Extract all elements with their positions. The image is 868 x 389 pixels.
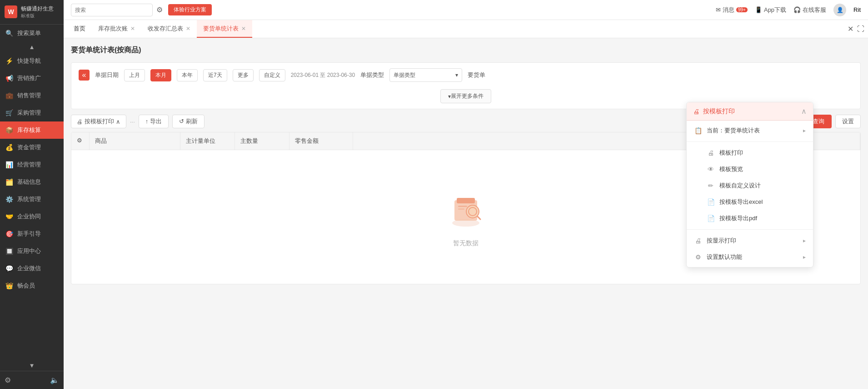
refresh-icon: ↺ <box>179 118 184 125</box>
sidebar-bottom: ⚙ 🔈 <box>0 371 64 389</box>
print-template-button[interactable]: 🖨 按模板打印 ∧ <box>71 115 126 128</box>
tab-order-stats[interactable]: 要货单统计表 ✕ <box>197 20 252 38</box>
main-area: ⚙ 体验行业方案 ✉ 消息 99+ 📱 App下载 🎧 在线客服 👤 Rit <box>64 0 868 389</box>
sidebar-item-operation[interactable]: 📊 经营管理 <box>0 156 64 173</box>
set-default-item[interactable]: ⚙ 设置默认功能 ▸ <box>687 249 813 265</box>
trial-button[interactable]: 体验行业方案 <box>168 4 212 15</box>
sidebar-item-finance[interactable]: 💰 资金管理 <box>0 139 64 156</box>
app-logo-text: 畅赚通好生意 标准版 <box>21 5 54 19</box>
gear-icon[interactable]: ⚙ <box>156 5 163 14</box>
template-custom-item[interactable]: ✏ 模板自定义设计 <box>687 177 813 194</box>
maximize-button[interactable]: ⛶ <box>857 25 864 33</box>
excel-icon: 📄 <box>707 198 715 206</box>
export-button[interactable]: ↑ 导出 <box>139 115 169 128</box>
template-icon: 📋 <box>694 127 702 134</box>
divider-2 <box>687 229 813 230</box>
date-filter-label: 单据日期 <box>95 71 119 79</box>
search-menu[interactable]: 🔍 搜索菜单 <box>0 25 64 42</box>
dropdown-header: 🖨 按模板打印 ∧ <box>687 102 813 121</box>
more-options-icon[interactable]: ··· <box>130 118 135 125</box>
system-icon: ⚙️ <box>5 196 14 203</box>
app-download-icon: 📱 <box>755 6 762 13</box>
finance-icon: 💰 <box>5 144 14 151</box>
sidebar-item-corp-wechat[interactable]: 💬 企业微信 <box>0 260 64 277</box>
dropdown-close-button[interactable]: ∧ <box>801 107 807 116</box>
sidebar: W 畅赚通好生意 标准版 🔍 搜索菜单 ▲ ⚡ 快捷导航 📢 营销推广 💼 销售… <box>0 0 64 389</box>
chevron-down-icon: ▾ <box>455 72 458 78</box>
date-btn-more[interactable]: 更多 <box>233 69 254 81</box>
template-export-pdf-item[interactable]: 📄 按模板导出pdf <box>687 210 813 227</box>
volume-bottom-button[interactable]: 🔈 <box>50 376 59 384</box>
close-tab-batch-account[interactable]: ✕ <box>130 25 135 32</box>
quick-nav-icon: ⚡ <box>5 57 14 65</box>
purchase-icon: 🛒 <box>5 109 14 116</box>
chevron-up-icon: ∧ <box>116 118 120 125</box>
sidebar-nav: ⚡ 快捷导航 📢 营销推广 💼 销售管理 🛒 采购管理 📦 库存核算 💰 资金管… <box>0 52 64 360</box>
required-label: 要货单 <box>468 71 485 79</box>
printer-header-icon: 🖨 <box>693 108 699 115</box>
tab-payment-summary[interactable]: 收发存汇总表 ✕ <box>141 20 197 38</box>
tab-home[interactable]: 首页 <box>67 20 92 38</box>
search-input[interactable] <box>71 4 153 16</box>
order-type-select[interactable]: 单据类型 ▾ <box>389 68 462 82</box>
th-quantity: 主数量 <box>235 132 289 150</box>
settings-button[interactable]: 设置 <box>835 115 861 128</box>
date-btn-this-year[interactable]: 本年 <box>177 69 198 81</box>
scroll-up-button[interactable]: ▲ <box>0 42 64 52</box>
sidebar-item-purchase[interactable]: 🛒 采购管理 <box>0 104 64 121</box>
avatar[interactable]: 👤 <box>833 4 846 16</box>
close-tab-payment-summary[interactable]: ✕ <box>186 25 190 32</box>
topbar: ⚙ 体验行业方案 ✉ 消息 99+ 📱 App下载 🎧 在线客服 👤 Rit <box>64 0 868 20</box>
sidebar-item-guide[interactable]: 🎯 新手引导 <box>0 225 64 242</box>
tabs-bar: 首页 库存批次账 ✕ 收发存汇总表 ✕ 要货单统计表 ✕ ✕ ⛶ <box>64 20 868 38</box>
date-btn-7days[interactable]: 近7天 <box>203 69 227 81</box>
messages-button[interactable]: ✉ 消息 99+ <box>716 6 748 14</box>
app-download-button[interactable]: 📱 App下载 <box>755 6 786 14</box>
operation-icon: 📊 <box>5 161 14 168</box>
svg-rect-2 <box>457 198 475 203</box>
avatar-placeholder: 👤 <box>837 7 843 13</box>
preview-icon: 👁 <box>707 166 715 173</box>
sidebar-item-app-center[interactable]: 🔲 应用中心 <box>0 242 64 260</box>
template-print-item[interactable]: 🖨 模板打印 <box>687 145 813 161</box>
toolbar-right: 查询 设置 <box>805 115 861 128</box>
template-export-excel-item[interactable]: 📄 按模板导出excel <box>687 194 813 210</box>
sidebar-item-member[interactable]: 👑 畅会员 <box>0 277 64 294</box>
username-label: Rit <box>853 6 861 13</box>
date-btn-custom[interactable]: 自定义 <box>259 69 285 81</box>
online-service-button[interactable]: 🎧 在线客服 <box>793 6 826 14</box>
display-print-item[interactable]: 🖨 按显示打印 ▸ <box>687 232 813 249</box>
tab-batch-account[interactable]: 库存批次账 ✕ <box>92 20 141 38</box>
th-product: 商品 <box>90 132 180 150</box>
sidebar-item-sales[interactable]: 💼 销售管理 <box>0 87 64 104</box>
sidebar-item-cooperate[interactable]: 🤝 企业协同 <box>0 208 64 225</box>
sidebar-item-basic[interactable]: 🗂️ 基础信息 <box>0 173 64 191</box>
topbar-right: ✉ 消息 99+ 📱 App下载 🎧 在线客服 👤 Rit <box>716 4 861 16</box>
chevron-right-default-icon: ▸ <box>803 254 806 260</box>
sidebar-item-marketing[interactable]: 📢 营销推广 <box>0 70 64 87</box>
sales-icon: 💼 <box>5 92 14 99</box>
expand-more-button[interactable]: ▾ 展开更多条件 <box>440 89 491 103</box>
sidebar-item-inventory[interactable]: 📦 库存核算 <box>0 121 64 139</box>
app-logo-icon: W <box>5 5 17 18</box>
refresh-button[interactable]: ↺ 刷新 <box>172 115 205 128</box>
current-template-item[interactable]: 📋 当前：要货单统计表 ▸ <box>687 122 813 139</box>
page-title: 要货单统计表(按商品) <box>71 45 861 55</box>
message-icon: ✉ <box>716 6 721 13</box>
marketing-icon: 📢 <box>5 75 14 82</box>
date-btn-last-month[interactable]: 上月 <box>124 69 145 81</box>
filter-expand-button[interactable]: « <box>79 70 90 81</box>
scroll-down-button[interactable]: ▼ <box>0 360 64 371</box>
template-preview-item[interactable]: 👁 模板预览 <box>687 161 813 177</box>
date-btn-this-month[interactable]: 本月 <box>150 69 171 81</box>
guide-icon: 🎯 <box>5 230 14 237</box>
filter-row: « 单据日期 上月 本月 本年 近7天 更多 自定义 2023-06-01 至 … <box>79 68 853 82</box>
close-all-tabs-button[interactable]: ✕ <box>848 25 853 33</box>
display-print-icon: 🖨 <box>694 237 702 244</box>
th-settings[interactable]: ⚙ <box>71 132 90 150</box>
order-type-label: 单据类型 <box>360 71 384 79</box>
sidebar-item-quick-nav[interactable]: ⚡ 快捷导航 <box>0 52 64 70</box>
sidebar-item-system[interactable]: ⚙️ 系统管理 <box>0 191 64 208</box>
settings-bottom-button[interactable]: ⚙ <box>5 376 11 384</box>
close-tab-order-stats[interactable]: ✕ <box>241 25 246 32</box>
